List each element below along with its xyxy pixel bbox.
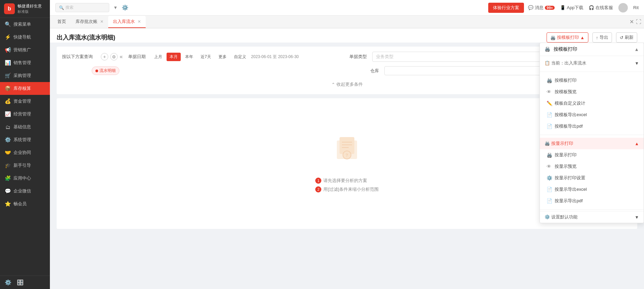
date-range-display: 2023-06-01 至 2023-06-30 xyxy=(251,54,299,60)
dropdown-header: 🖨️ 按模板打印 ▲ xyxy=(540,43,644,56)
search-icon: 🔍 xyxy=(59,5,64,10)
sidebar-item-shortcut[interactable]: ⚡快捷导航 xyxy=(0,31,50,44)
page-actions: 🖨️ 按模板打印 ▲ ↑ 导出 ↺ 刷新 xyxy=(547,32,637,43)
printer-icon: 🖨️ xyxy=(547,78,552,83)
sidebar-item-system[interactable]: ⚙️系统管理 xyxy=(0,133,50,146)
message-item[interactable]: 💬 消息 99+ xyxy=(528,5,555,11)
dropdown-close-chevron[interactable]: ▲ xyxy=(634,47,639,52)
preview-icon: 👁 xyxy=(547,89,552,95)
sidebar-item-marketing[interactable]: 📢营销推广 xyxy=(0,44,50,56)
chevron-up-icon: ▲ xyxy=(580,35,585,40)
template-export-excel-item[interactable]: 📄 按模板导出excel xyxy=(540,109,644,121)
dropdown-footer[interactable]: ⚙️ 设置默认功能 ▼ xyxy=(540,211,644,223)
inventory-icon: 📦 xyxy=(5,85,11,91)
svg-text:?: ? xyxy=(346,153,348,158)
doc-type-label: 单据类型 xyxy=(349,54,367,60)
member-icon: ⭐ xyxy=(5,201,11,207)
filter-actions: + ⚙ « xyxy=(101,53,123,60)
display-export-excel-item[interactable]: 📄 按显示导出excel xyxy=(540,184,644,195)
template-preview-item[interactable]: 👁 按模板预览 xyxy=(540,86,644,98)
print-icon: 🖨️ xyxy=(547,152,552,158)
empty-tip-1: 1 请先选择要分析的方案 xyxy=(315,178,378,184)
date-tab-last-month[interactable]: 上月 xyxy=(151,53,165,61)
sidebar-item-operation[interactable]: 📈经营管理 xyxy=(0,108,50,121)
refresh-icon: ↺ xyxy=(620,35,623,40)
topbar: 🔍 搜索 ▼ ⚙️ 体验行业方案 💬 消息 99+ 📱 App下载 🎧 在线客服… xyxy=(50,0,644,16)
footer-chevron[interactable]: ▼ xyxy=(635,215,639,220)
username-label: Rit xyxy=(633,5,639,10)
sidebar-item-search[interactable]: 🔍搜索菜单 xyxy=(0,18,50,31)
page-header: 出入库流水(流水明细) 🖨️ 按模板打印 ▲ ↑ 导出 ↺ 刷新 xyxy=(50,28,644,43)
date-tabs: 上月 本月 本年 近7天 更多 自定义 xyxy=(151,53,249,61)
date-filter-label: 单据日期 xyxy=(128,54,146,60)
display-preview-item[interactable]: 👁 按显示预览 xyxy=(540,161,644,172)
display-export-pdf-item[interactable]: 📄 按显示导出pdf xyxy=(540,195,644,207)
content-area: 按以下方案查询 + ⚙ « 单据日期 上月 本月 本年 近7天 更多 自定义 xyxy=(50,43,644,289)
online-service-item[interactable]: 🎧 在线客服 xyxy=(589,5,613,11)
filter-add-btn[interactable]: + xyxy=(101,53,108,60)
sidebar-item-finance[interactable]: 💰资金管理 xyxy=(0,95,50,108)
sidebar-item-guide[interactable]: 🎓新手引导 xyxy=(0,159,50,172)
divider-3 xyxy=(540,209,644,210)
settings-icon[interactable]: ⚙️ xyxy=(5,279,11,286)
app-logo-icon: b xyxy=(4,3,15,14)
app-logo-text: 畅捷通好生意 标准版 xyxy=(18,3,42,14)
page-title: 出入库流水(流水明细) xyxy=(57,33,115,42)
basic-icon: 🗂 xyxy=(5,124,11,130)
tab-home[interactable]: 首页 xyxy=(53,16,71,28)
sidebar-item-apps[interactable]: 🧩应用中心 xyxy=(0,172,50,185)
collab-icon: 🤝 xyxy=(5,150,11,156)
message-badge: 99+ xyxy=(545,6,555,10)
empty-tip-2: 2 用[过滤]条件来缩小分析范围 xyxy=(315,186,378,192)
display-print-settings-item[interactable]: ⚙️ 按显示打印设置 xyxy=(540,172,644,184)
template-print-item[interactable]: 🖨️ 按模板打印 xyxy=(540,75,644,86)
sidebar-item-purchase[interactable]: 🛒采购管理 xyxy=(0,69,50,82)
tab-flow-close[interactable]: ✕ xyxy=(138,19,141,24)
app-download-item[interactable]: 📱 App下载 xyxy=(560,5,583,11)
industry-btn[interactable]: 体验行业方案 xyxy=(488,3,524,13)
empty-icon: ? xyxy=(330,132,364,172)
right-panel-wrapper: 🖨️ 按模板打印 ▲ 📋 当前：出入库流水 ▼ xyxy=(539,43,644,289)
template-print-btn[interactable]: 🖨️ 按模板打印 ▲ xyxy=(547,32,588,43)
filter-tag[interactable]: 流水明细 xyxy=(92,67,119,75)
display-chevron[interactable]: ▲ xyxy=(635,141,639,146)
sidebar-item-inventory[interactable]: 📦库存核算 xyxy=(0,82,50,95)
guide-icon: 🎓 xyxy=(5,162,11,168)
date-tab-more[interactable]: 更多 xyxy=(215,53,230,61)
tabbar: 首页 库存批次账 ✕ 出入库流水 ✕ ✕ ⛶ xyxy=(50,16,644,28)
dropdown-section-display: 🖨️ 按显示打印 ▲ 🖨️ 按显示打印 👁 按显示预览 ⚙️ xyxy=(540,136,644,208)
tab-flow[interactable]: 出入库流水 ✕ xyxy=(108,16,146,28)
topbar-chevron-icon[interactable]: ▼ xyxy=(113,5,118,10)
topbar-right: 💬 消息 99+ 📱 App下载 🎧 在线客服 Rit xyxy=(528,3,639,12)
avatar[interactable] xyxy=(618,3,628,12)
filter-collapse-btn[interactable]: « xyxy=(120,54,123,60)
filter-label: 按以下方案查询 xyxy=(62,54,93,60)
sidebar-item-basic[interactable]: 🗂基础信息 xyxy=(0,121,50,133)
dropdown-current-label: 📋 当前：出入库流水 ▼ xyxy=(540,57,644,69)
template-export-pdf-item[interactable]: 📄 按模板导出pdf xyxy=(540,121,644,132)
toggle-icon[interactable]: 🎛️ xyxy=(17,279,24,286)
tab-batch[interactable]: 库存批次账 ✕ xyxy=(71,16,108,28)
sidebar-item-member[interactable]: ⭐畅会员 xyxy=(0,198,50,210)
dropdown-sub-chevron[interactable]: ▼ xyxy=(635,61,639,66)
date-tab-custom[interactable]: 自定义 xyxy=(231,53,249,61)
window-expand-icon[interactable]: ⛶ xyxy=(636,19,641,25)
date-tab-this-month[interactable]: 本月 xyxy=(167,53,181,61)
date-tab-7days[interactable]: 近7天 xyxy=(198,53,214,61)
topbar-gear-icon[interactable]: ⚙️ xyxy=(122,4,128,11)
sidebar-item-wechat[interactable]: 💬企业微信 xyxy=(0,185,50,198)
system-icon: ⚙️ xyxy=(5,137,11,143)
tab-batch-close[interactable]: ✕ xyxy=(100,19,104,24)
date-tab-this-year[interactable]: 本年 xyxy=(182,53,196,61)
sidebar-item-collab[interactable]: 🤝企业协同 xyxy=(0,146,50,159)
empty-tips: 1 请先选择要分析的方案 2 用[过滤]条件来缩小分析范围 xyxy=(315,178,378,195)
template-design-item[interactable]: ✏️ 模板自定义设计 xyxy=(540,98,644,109)
display-print-item[interactable]: 🖨️ 按显示打印 xyxy=(540,149,644,161)
sidebar-item-sales[interactable]: 📊销售管理 xyxy=(0,56,50,69)
filter-setting-btn[interactable]: ⚙ xyxy=(110,53,118,60)
design-icon: ✏️ xyxy=(547,101,552,106)
topbar-search[interactable]: 🔍 搜索 xyxy=(55,3,109,12)
refresh-btn[interactable]: ↺ 刷新 xyxy=(616,32,637,43)
export-btn[interactable]: ↑ 导出 xyxy=(592,32,612,43)
window-close-icon[interactable]: ✕ xyxy=(630,19,634,25)
